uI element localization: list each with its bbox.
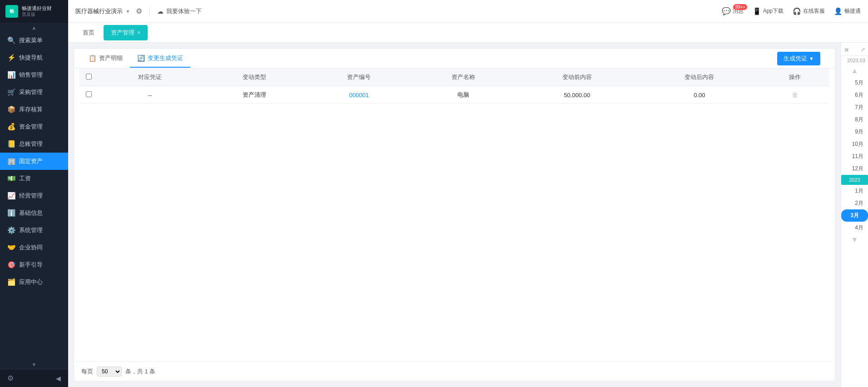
sidebar-item-purchase[interactable]: 🛒 采购管理	[0, 84, 68, 101]
sidebar-item-label: 资金管理	[19, 123, 43, 131]
col-change-type: 变动类型	[202, 69, 307, 86]
app-edition: 普及版	[22, 11, 52, 18]
sidebar-item-label: 采购管理	[19, 88, 43, 96]
asset-list-icon: 📋	[89, 55, 96, 62]
generate-voucher-button[interactable]: 生成凭证 ▼	[777, 52, 820, 65]
sidebar-item-ledger[interactable]: 📒 总账管理	[0, 135, 68, 153]
month-5[interactable]: 5月	[841, 77, 868, 89]
row-action: 🗑	[761, 86, 829, 104]
select-all-checkbox[interactable]	[86, 74, 92, 79]
col-action: 操作	[761, 69, 829, 86]
message-btn[interactable]: 💬 消息 99++	[722, 7, 744, 15]
app-download-btn[interactable]: 📱 App下载	[753, 7, 784, 15]
logo-icon: 畅	[5, 5, 18, 18]
sidebar-item-system[interactable]: ⚙️ 系统管理	[0, 222, 68, 239]
total-text: 条，共 1 条	[125, 367, 155, 376]
collapse-icon[interactable]: ◀	[56, 375, 61, 382]
row-checkbox[interactable]	[86, 91, 92, 97]
sidebar-item-search[interactable]: 🔍 搜索菜单	[0, 32, 68, 49]
topbar: 医疗器械行业演示 ▼ ⚙ ☁ 我要体验一下 💬 消息 99++ 📱 App下载 …	[68, 0, 868, 23]
sidebar-footer: ⚙ ◀	[0, 369, 68, 387]
month-3-current[interactable]: 3月	[841, 209, 868, 222]
sidebar-item-quick-nav[interactable]: ⚡ 快捷导航	[0, 49, 68, 66]
funds-icon: 💰	[7, 123, 15, 131]
sidebar-item-inventory[interactable]: 📦 库存核算	[0, 101, 68, 118]
sidebar-item-fixed-assets[interactable]: 🏢 固定资产	[0, 153, 68, 170]
search-icon: 🔍	[7, 36, 15, 45]
sub-tab-change-voucher[interactable]: 🔄 变更生成凭证	[130, 50, 190, 68]
sidebar-item-sales[interactable]: 📊 销售管理	[0, 66, 68, 84]
month-11[interactable]: 11月	[841, 150, 868, 163]
scroll-up-icon[interactable]: ▲	[31, 25, 37, 30]
customer-service-label: 在线客服	[803, 7, 825, 15]
app-name: 畅捷通好业财	[22, 5, 52, 11]
headset-icon: 🎧	[793, 7, 801, 15]
experience-btn[interactable]: ☁ 我要体验一下	[157, 7, 202, 15]
month-4[interactable]: 4月	[841, 222, 868, 234]
per-page-select[interactable]: 50 10 20 100	[97, 367, 122, 377]
sidebar-header: 畅 畅捷通好业财 普及版	[0, 0, 68, 23]
delete-icon[interactable]: 🗑	[792, 91, 798, 99]
sub-tabs: 📋 资产明细 🔄 变更生成凭证 生成凭证 ▼	[74, 49, 835, 69]
settings-gear-icon[interactable]: ⚙	[136, 7, 142, 15]
sidebar-item-label: 应用中心	[19, 278, 43, 286]
sidebar-item-label: 库存核算	[19, 105, 43, 114]
sidebar-item-basic-info[interactable]: ℹ️ 基础信息	[0, 204, 68, 222]
tab-asset-management[interactable]: 资产管理 ×	[104, 25, 148, 40]
enterprise-icon: 🤝	[7, 243, 15, 252]
month-1[interactable]: 1月	[841, 185, 868, 197]
right-panel-close-icon[interactable]: ✕	[844, 46, 849, 54]
sidebar-item-guide[interactable]: 🎯 新手引导	[0, 256, 68, 273]
sales-icon: 📊	[7, 71, 15, 79]
sidebar-item-label: 总账管理	[19, 140, 43, 148]
month-2[interactable]: 2月	[841, 197, 868, 209]
month-10[interactable]: 10月	[841, 138, 868, 150]
tab-close-icon[interactable]: ×	[137, 30, 140, 36]
sub-tab-change-voucher-label: 变更生成凭证	[148, 54, 183, 62]
divider	[149, 7, 150, 16]
month-scroll-down[interactable]: ▼	[841, 234, 868, 246]
customer-service-btn[interactable]: 🎧 在线客服	[793, 7, 825, 15]
month-6[interactable]: 6月	[841, 89, 868, 101]
nav-tabs: 首页 资产管理 ×	[68, 23, 868, 43]
settings-icon[interactable]: ⚙	[7, 374, 14, 382]
phone-icon: 📱	[753, 7, 761, 15]
sidebar-item-app-center[interactable]: 🗂️ 应用中心	[0, 273, 68, 291]
col-after-content: 变动后内容	[638, 69, 761, 86]
year-2023-badge[interactable]: 2023	[841, 175, 868, 185]
experience-label: 我要体验一下	[166, 7, 202, 15]
sidebar-item-label: 企业协同	[19, 243, 43, 252]
year-period-label: 2023.03	[841, 56, 868, 65]
sidebar-item-operations[interactable]: 📈 经营管理	[0, 187, 68, 204]
tab-home-label: 首页	[83, 29, 94, 36]
row-asset-code[interactable]: 000001	[307, 86, 411, 104]
month-7[interactable]: 7月	[841, 101, 868, 114]
payroll-icon: 💵	[7, 174, 15, 183]
month-12[interactable]: 12月	[841, 163, 868, 175]
pagination: 每页 50 10 20 100 条，共 1 条	[74, 362, 835, 381]
sidebar-item-label: 系统管理	[19, 226, 43, 234]
sidebar-item-label: 新手引导	[19, 261, 43, 269]
col-before-content: 变动前内容	[516, 69, 639, 86]
row-voucher: --	[98, 86, 202, 104]
user-icon: 👤	[834, 7, 843, 15]
right-panel-expand-icon[interactable]: ⤢	[861, 46, 865, 54]
sub-tab-asset-list[interactable]: 📋 资产明细	[81, 50, 130, 68]
table-toolbar: 生成凭证 ▼	[770, 48, 828, 70]
tab-home[interactable]: 首页	[75, 25, 102, 40]
month-scroll-up[interactable]: ▲	[841, 65, 868, 77]
sidebar-item-payroll[interactable]: 💵 工资	[0, 170, 68, 187]
sub-tab-asset-list-label: 资产明细	[99, 54, 123, 62]
month-9[interactable]: 9月	[841, 126, 868, 138]
change-voucher-icon: 🔄	[137, 55, 145, 62]
scroll-down-icon[interactable]: ▼	[31, 362, 37, 367]
user-menu-btn[interactable]: 👤 畅捷通	[834, 7, 861, 15]
sidebar-item-funds[interactable]: 💰 资金管理	[0, 118, 68, 135]
sidebar-item-label: 销售管理	[19, 71, 43, 79]
sidebar-item-enterprise[interactable]: 🤝 企业协同	[0, 239, 68, 256]
company-selector[interactable]: 医疗器械行业演示 ▼	[75, 7, 130, 15]
tab-asset-management-label: 资产管理	[111, 29, 134, 37]
user-label: 畅捷通	[844, 7, 861, 15]
col-asset-code: 资产编号	[307, 69, 411, 86]
month-8[interactable]: 8月	[841, 114, 868, 126]
